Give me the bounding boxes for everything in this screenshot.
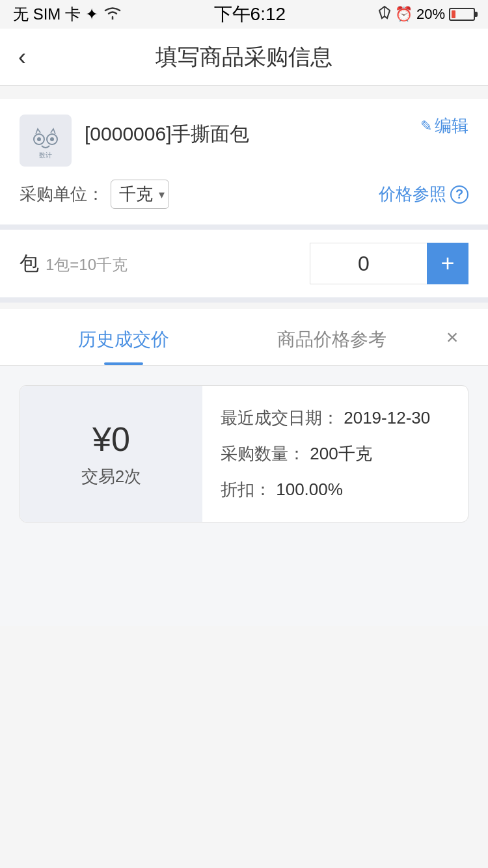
product-header: 数计 [0000006]手撕面包 ✎ 编辑 [20,115,468,167]
unit-wrapper[interactable]: 千克 [111,180,169,209]
tab-product-price-ref-label: 商品价格参考 [277,329,386,349]
product-meta: 采购单位： 千克 价格参照 ? [20,180,468,209]
qty-value: 200千克 [310,444,372,463]
price-date-row: 最近成交日期： 2019-12-30 [221,405,450,431]
tab-history-price[interactable]: 历史成交价 [20,309,228,365]
quantity-controls: + [310,243,468,284]
discount-value: 100.00% [276,480,343,499]
section-divider-2 [0,297,488,303]
alarm-icon: ⏰ [395,6,413,23]
status-left: 无 SIM 卡 ✦ [13,4,122,25]
quantity-label: 包 1包=10千克 [20,251,128,277]
quantity-plus-button[interactable]: + [427,243,468,284]
quantity-row: 包 1包=10千克 + [0,230,488,297]
price-trades: 交易2次 [81,465,141,488]
product-name: [0000006]手撕面包 [85,115,249,148]
date-label: 最近成交日期： [221,408,339,427]
edit-icon: ✎ [420,118,432,135]
purchase-unit: 采购单位： 千克 [20,180,169,209]
svg-point-3 [50,137,54,141]
tab-history-price-label: 历史成交价 [78,329,169,349]
price-qty-row: 采购数量： 200千克 [221,441,450,467]
sim-status: 无 SIM 卡 ✦ [13,4,98,25]
section-divider [0,224,488,230]
nav-bar: ‹ 填写商品采购信息 [0,29,488,86]
svg-text:数计: 数计 [39,152,52,159]
product-section: 数计 [0000006]手撕面包 ✎ 编辑 采购单位： 千克 价格参照 ? [0,99,488,224]
battery-percent: 20% [416,6,445,23]
page-title: 填写商品采购信息 [156,42,332,72]
tabs-bar: 历史成交价 商品价格参考 × [0,309,488,366]
quantity-conversion: 1包=10千克 [46,254,128,275]
price-discount-row: 折扣： 100.00% [221,477,450,502]
wifi-icon [103,5,122,23]
price-amount: ¥0 [92,420,130,459]
quantity-input[interactable] [310,243,427,284]
svg-point-2 [37,137,41,141]
purchase-unit-label: 采购单位： [20,183,104,206]
price-ref-label: 价格参照 [379,183,446,206]
price-right-panel: 最近成交日期： 2019-12-30 采购数量： 200千克 折扣： 100.0… [202,386,468,522]
price-card: ¥0 交易2次 最近成交日期： 2019-12-30 采购数量： 200千克 折… [20,385,468,522]
battery-icon [449,8,475,21]
back-button[interactable]: ‹ [18,44,26,71]
price-ref-button[interactable]: 价格参照 ? [379,183,468,206]
close-icon: × [446,325,459,349]
status-right: ⏰ 20% [378,5,475,23]
unit-select[interactable]: 千克 [111,180,169,209]
qty-label: 采购数量： [221,444,305,463]
edit-label: 编辑 [435,115,468,137]
question-icon: ? [450,185,468,204]
tab-product-price-ref[interactable]: 商品价格参考 [228,309,436,365]
price-left-panel: ¥0 交易2次 [20,386,202,522]
tab-close-button[interactable]: × [436,321,468,353]
product-left: 数计 [0000006]手撕面包 [20,115,249,167]
price-content: ¥0 交易2次 最近成交日期： 2019-12-30 采购数量： 200千克 折… [0,366,488,626]
location-icon [378,5,391,23]
date-value: 2019-12-30 [344,408,430,427]
edit-button[interactable]: ✎ 编辑 [420,115,468,137]
quantity-unit: 包 [20,251,39,277]
discount-label: 折扣： [221,480,271,499]
product-thumbnail: 数计 [20,115,72,167]
tabs-section: 历史成交价 商品价格参考 × ¥0 交易2次 最近成交日期： 2019-12-3… [0,309,488,626]
status-time: 下午6:12 [214,2,286,27]
status-bar: 无 SIM 卡 ✦ 下午6:12 ⏰ 20% [0,0,488,29]
